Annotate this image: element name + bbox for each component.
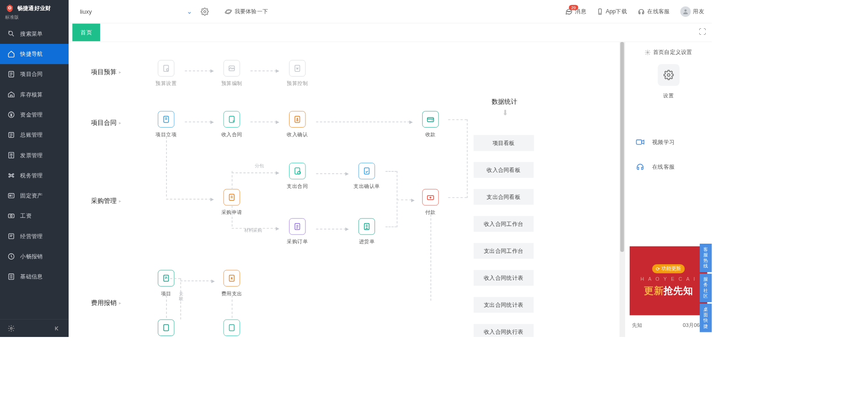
node-budget-compile[interactable]: 预算编制 (215, 60, 249, 87)
node-expense-payout[interactable]: 费用支出 (215, 270, 249, 297)
invoice-icon (7, 151, 15, 159)
svg-point-48 (667, 74, 670, 76)
svg-point-22 (568, 11, 568, 11)
node-income-contract[interactable]: 收入合同 (215, 111, 249, 138)
stat-btn-income-stats[interactable]: 收入合同统计表 (474, 270, 534, 285)
svg-point-8 (9, 174, 10, 175)
svg-rect-49 (637, 140, 642, 144)
stat-btn-income-exec[interactable]: 收入合同执行表 (474, 324, 534, 337)
asset-icon (7, 192, 15, 199)
doc-money-icon (289, 111, 305, 128)
promo-banner[interactable]: ⟳功能更新 H A O Y E C A I 更新抢先知 (630, 246, 707, 315)
sidebar-item-label: 发票管理 (20, 152, 43, 159)
tab-home[interactable]: 首页 (72, 24, 100, 42)
canvas-scrollbar[interactable] (620, 42, 625, 337)
support-button[interactable]: 在线客服 (638, 8, 670, 15)
stat-btn-project-board[interactable]: 项目看板 (474, 135, 534, 150)
expense-icon (224, 270, 240, 286)
org-name: liuxy (80, 8, 92, 15)
messages-button[interactable]: 29 消息 (565, 8, 586, 15)
svg-point-21 (225, 9, 232, 14)
image-icon (224, 60, 240, 76)
node-expense-confirm[interactable]: 支出确认单 (350, 163, 384, 190)
scrollbar-thumb[interactable] (620, 42, 624, 252)
sidebar-item-label: 固定资产 (20, 192, 43, 199)
sidebar-item-inventory[interactable]: 库存核算 (0, 85, 69, 105)
headset-icon (638, 8, 645, 15)
download-button[interactable]: App下载 (597, 8, 627, 15)
stat-btn-income-board[interactable]: 收入合同看板 (474, 162, 534, 177)
sidebar-item-label: 基础信息 (20, 273, 43, 280)
section-budget-title: 项目预算▸ (91, 68, 121, 76)
receipt-icon (359, 218, 375, 235)
settings-icon[interactable] (7, 325, 15, 332)
float-tab-shortcut[interactable]: 桌面快捷 (700, 304, 712, 332)
try-button[interactable]: 我要体验一下 (225, 8, 268, 15)
node-row4-a[interactable] (149, 320, 183, 337)
sidebar-item-gl[interactable]: 总账管理 (0, 125, 69, 145)
float-tab-hotline[interactable]: 客服热线 (700, 244, 712, 272)
node-expense-contract[interactable]: 支出合同 (280, 163, 314, 190)
node-budget-control[interactable]: 预算控制 (280, 60, 314, 87)
svg-point-2 (9, 31, 12, 35)
node-receive[interactable]: 收款 (413, 111, 447, 138)
sidebar-item-quicknav[interactable]: 快捷导航 (0, 44, 69, 64)
product-name: 畅捷通好业财 (17, 5, 51, 12)
flow-canvas-wrap[interactable]: 项目预算▸ 预算设置 ▶ 预算编制 ▶ 预算控制 项目合同▸ 项目立项 ▶ 收入… (69, 42, 620, 337)
collapse-icon[interactable] (54, 325, 61, 332)
node-purchase-order[interactable]: 采购订单 (280, 218, 314, 245)
sidebar-item-operation[interactable]: 经营管理 (0, 226, 69, 246)
stats-title: 数据统计 (492, 97, 517, 106)
stat-btn-expense-board[interactable]: 支出合同看板 (474, 189, 534, 204)
float-tab-community[interactable]: 服务社区 (700, 274, 712, 302)
node-income-confirm[interactable]: 收入确认 (280, 111, 314, 138)
fullscreen-icon[interactable]: ⛶ (699, 28, 706, 37)
stat-btn-expense-workbench[interactable]: 支出合同工作台 (474, 243, 534, 258)
pay-icon (422, 189, 439, 205)
sidebar-item-label: 搜索菜单 (20, 30, 43, 37)
node-payment[interactable]: 付款 (413, 189, 447, 216)
rp-support-link[interactable]: 在线客服 (630, 157, 707, 177)
org-selector[interactable]: liuxy ⌄ (76, 5, 196, 18)
rp-video-link[interactable]: 视频学习 (630, 132, 707, 152)
promo-main: 更新抢先知 (644, 284, 693, 298)
sidebar-item-project-contract[interactable]: 项目合同 (0, 64, 69, 84)
stat-btn-income-workbench[interactable]: 收入合同工作台 (474, 216, 534, 231)
rp-settings-button[interactable] (658, 64, 680, 86)
svg-rect-37 (295, 168, 300, 174)
node-row4-b[interactable] (215, 320, 249, 337)
sidebar-item-payroll[interactable]: 工资 (0, 206, 69, 226)
org-settings-icon[interactable] (201, 7, 209, 16)
phone-icon (597, 8, 604, 15)
node-goods-receipt[interactable]: 进货单 (350, 218, 384, 245)
sidebar-item-expense[interactable]: 小畅报销 (0, 246, 69, 267)
svg-rect-12 (8, 193, 14, 198)
video-icon (636, 138, 645, 147)
doc-icon (289, 218, 305, 235)
sidebar-item-funds[interactable]: 资金管理 (0, 105, 69, 125)
sidebar: 畅捷通好业财 标准版 搜索菜单 快捷导航 项目合同 库存核算 资金管理 总账管理… (0, 0, 69, 337)
payroll-icon (7, 212, 15, 219)
node-project-init[interactable]: 项目立项 (149, 111, 183, 138)
rp-settings-label: 设置 (630, 93, 707, 100)
promo-foot-left: 先知 (632, 322, 643, 329)
sidebar-item-fixed-asset[interactable]: 固定资产 (0, 186, 69, 206)
sidebar-item-tax[interactable]: 税务管理 (0, 165, 69, 186)
doc-icon (158, 111, 174, 128)
sidebar-item-search[interactable]: 搜索菜单 (0, 24, 69, 44)
svg-rect-45 (164, 325, 169, 331)
sidebar-item-label: 资金管理 (20, 111, 43, 118)
doc-check-icon (224, 111, 240, 128)
svg-point-10 (9, 176, 10, 177)
doc-icon (224, 320, 240, 336)
user-menu[interactable]: 用友 (680, 6, 704, 17)
sidebar-item-invoice[interactable]: 发票管理 (0, 145, 69, 165)
sidebar-item-basic[interactable]: 基础信息 (0, 267, 69, 287)
node-budget-setup[interactable]: 预算设置 (149, 60, 183, 87)
money-doc-icon (289, 60, 305, 76)
sidebar-item-label: 快捷导航 (20, 50, 43, 58)
promo-badge: ⟳功能更新 (652, 264, 685, 273)
main: liuxy ⌄ 我要体验一下 29 消息 App下载 (69, 0, 712, 337)
stat-btn-expense-stats[interactable]: 支出合同统计表 (474, 297, 534, 312)
warehouse-icon (7, 91, 15, 98)
